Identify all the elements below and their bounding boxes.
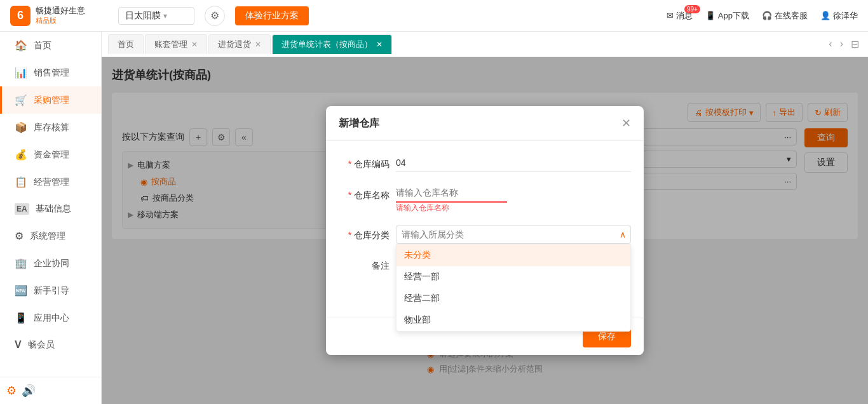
sidebar-item-appcenter[interactable]: 📱 应用中心 bbox=[0, 304, 101, 332]
user-name: 徐泽华 bbox=[833, 10, 858, 22]
new-warehouse-modal: 新增仓库 ✕ 仓库编码 仓库名称 bbox=[326, 106, 644, 355]
sidebar-item-basic[interactable]: EA 基础信息 bbox=[0, 196, 101, 222]
user-profile[interactable]: 👤 徐泽华 bbox=[820, 10, 858, 22]
purchase-icon: 🛒 bbox=[15, 94, 27, 106]
system-icon: ⚙ bbox=[15, 230, 24, 242]
logo-name: 畅捷通好生意 bbox=[36, 6, 85, 17]
sidebar-item-guide[interactable]: 🆕 新手引导 bbox=[0, 277, 101, 304]
modal-body: 仓库编码 仓库名称 请输入仓库名称 bbox=[326, 141, 644, 318]
trial-button[interactable]: 体验行业方案 bbox=[235, 6, 309, 25]
finance-icon: 💰 bbox=[15, 149, 27, 161]
tab-home[interactable]: 首页 bbox=[108, 34, 144, 54]
header-actions: ⚙ 体验行业方案 bbox=[205, 6, 309, 26]
modal-close-button[interactable]: ✕ bbox=[621, 116, 631, 130]
operation-icon: 📋 bbox=[15, 176, 27, 188]
member-icon: V bbox=[15, 339, 22, 351]
modal-title: 新增仓库 bbox=[339, 117, 379, 130]
logo-sub: 精品版 bbox=[36, 16, 85, 25]
tab-close-purchase-return[interactable]: ✕ bbox=[255, 40, 261, 49]
category-input[interactable] bbox=[396, 225, 631, 244]
store-name: 日太阳膜 bbox=[125, 10, 161, 22]
code-input[interactable] bbox=[396, 154, 631, 172]
modal-overlay: 新增仓库 ✕ 仓库编码 仓库名称 bbox=[102, 57, 868, 404]
tab-purchase-return[interactable]: 进货退货 ✕ bbox=[208, 34, 271, 54]
top-header: 6 畅捷通好生意 精品版 日太阳膜 ▾ ⚙ 体验行业方案 ✉ 消息 99+ 📱 … bbox=[0, 0, 868, 32]
chevron-down-icon: ▾ bbox=[163, 11, 167, 20]
sidebar-item-home[interactable]: 🏠 首页 bbox=[0, 32, 101, 59]
message-icon: ✉ bbox=[667, 11, 674, 20]
form-row-category: 仓库分类 ∧ 未分类 经营一部 经营二部 物业部 bbox=[339, 225, 631, 244]
tab-prev-button[interactable]: ‹ bbox=[826, 38, 834, 50]
home-icon: 🏠 bbox=[15, 39, 27, 51]
category-dropdown: 未分类 经营一部 经营二部 物业部 bbox=[396, 244, 631, 332]
category-arrow-icon: ∧ bbox=[620, 229, 626, 239]
header-right: ✉ 消息 99+ 📱 App下载 🎧 在线客服 👤 徐泽华 bbox=[667, 10, 858, 22]
basic-icon: EA bbox=[15, 203, 29, 215]
sidebar-item-inventory[interactable]: 📦 库存核算 bbox=[0, 114, 101, 141]
modal-header: 新增仓库 ✕ bbox=[326, 106, 644, 141]
sidebar-item-sales[interactable]: 📊 销售管理 bbox=[0, 59, 101, 86]
note-label: 备注 bbox=[339, 255, 396, 272]
sidebar-item-operation[interactable]: 📋 经营管理 bbox=[0, 168, 101, 196]
tabs-bar: 首页 账套管理 ✕ 进货退货 ✕ 进货单统计表（按商品） ✕ ‹ › ⊟ bbox=[102, 32, 868, 57]
speaker-icon[interactable]: 🔊 bbox=[22, 384, 36, 398]
category-select-wrapper: ∧ 未分类 经营一部 经营二部 物业部 bbox=[396, 225, 631, 244]
appcenter-icon: 📱 bbox=[15, 312, 27, 324]
settings-icon[interactable]: ⚙ bbox=[205, 6, 225, 26]
settings-bottom-icon[interactable]: ⚙ bbox=[6, 384, 17, 398]
message-badge: 99+ bbox=[684, 5, 700, 13]
sidebar-item-enterprise[interactable]: 🏢 企业协同 bbox=[0, 250, 101, 277]
app-download-button[interactable]: 📱 App下载 bbox=[705, 10, 749, 22]
dropdown-item-dept2[interactable]: 经营二部 bbox=[397, 288, 630, 309]
tab-next-button[interactable]: › bbox=[837, 38, 846, 50]
sidebar-item-finance[interactable]: 💰 资金管理 bbox=[0, 141, 101, 168]
category-label: 仓库分类 bbox=[339, 225, 396, 241]
sidebar-item-system[interactable]: ⚙ 系统管理 bbox=[0, 222, 101, 250]
messages-button[interactable]: ✉ 消息 99+ bbox=[667, 10, 693, 22]
user-icon: 👤 bbox=[820, 11, 831, 20]
dropdown-item-dept3[interactable]: 物业部 bbox=[397, 309, 630, 331]
sidebar-bottom: ⚙ 🔊 bbox=[0, 377, 101, 404]
inventory-icon: 📦 bbox=[15, 121, 27, 133]
name-error-msg: 请输入仓库名称 bbox=[396, 203, 449, 213]
headset-icon: 🎧 bbox=[762, 11, 772, 20]
sidebar-item-purchase[interactable]: 🛒 采购管理 bbox=[0, 86, 101, 114]
tab-expand-button[interactable]: ⊟ bbox=[848, 38, 862, 50]
guide-icon: 🆕 bbox=[15, 285, 27, 297]
name-label: 仓库名称 bbox=[339, 185, 396, 201]
main-content: 首页 账套管理 ✕ 进货退货 ✕ 进货单统计表（按商品） ✕ ‹ › ⊟ 进货单… bbox=[102, 32, 868, 404]
store-selector[interactable]: 日太阳膜 ▾ bbox=[118, 7, 194, 25]
online-service-button[interactable]: 🎧 在线客服 bbox=[762, 10, 808, 22]
enterprise-icon: 🏢 bbox=[15, 257, 27, 269]
tab-purchase-stats[interactable]: 进货单统计表（按商品） ✕ bbox=[272, 34, 392, 54]
form-row-code: 仓库编码 bbox=[339, 154, 631, 172]
dropdown-item-dept1[interactable]: 经营一部 bbox=[397, 266, 630, 288]
sidebar-nav: 🏠 首页 📊 销售管理 🛒 采购管理 📦 库存核算 💰 资金管理 📋 经 bbox=[0, 32, 101, 377]
dropdown-item-none[interactable]: 未分类 bbox=[397, 245, 630, 266]
tab-accounts[interactable]: 账套管理 ✕ bbox=[145, 34, 207, 54]
sidebar-item-member[interactable]: V 畅会员 bbox=[0, 332, 101, 358]
code-label: 仓库编码 bbox=[339, 154, 396, 170]
name-input[interactable] bbox=[396, 184, 507, 203]
phone-icon: 📱 bbox=[705, 11, 715, 20]
page-body: 进货单统计(按商品) 🖨 按模板打印 ▾ ↑ 导出 ↻ 刷新 bbox=[102, 57, 868, 404]
tabs-right: ‹ › ⊟ bbox=[826, 38, 862, 50]
form-row-name: 仓库名称 请输入仓库名称 bbox=[339, 184, 631, 213]
logo-icon: 6 bbox=[10, 6, 31, 26]
sidebar: 🏠 首页 📊 销售管理 🛒 采购管理 📦 库存核算 💰 资金管理 📋 经 bbox=[0, 32, 102, 404]
main-layout: 🏠 首页 📊 销售管理 🛒 采购管理 📦 库存核算 💰 资金管理 📋 经 bbox=[0, 32, 868, 404]
sales-icon: 📊 bbox=[15, 67, 27, 79]
tab-close-purchase-stats[interactable]: ✕ bbox=[376, 40, 383, 49]
tab-close-accounts[interactable]: ✕ bbox=[191, 40, 198, 49]
logo-area: 6 畅捷通好生意 精品版 bbox=[10, 6, 112, 26]
